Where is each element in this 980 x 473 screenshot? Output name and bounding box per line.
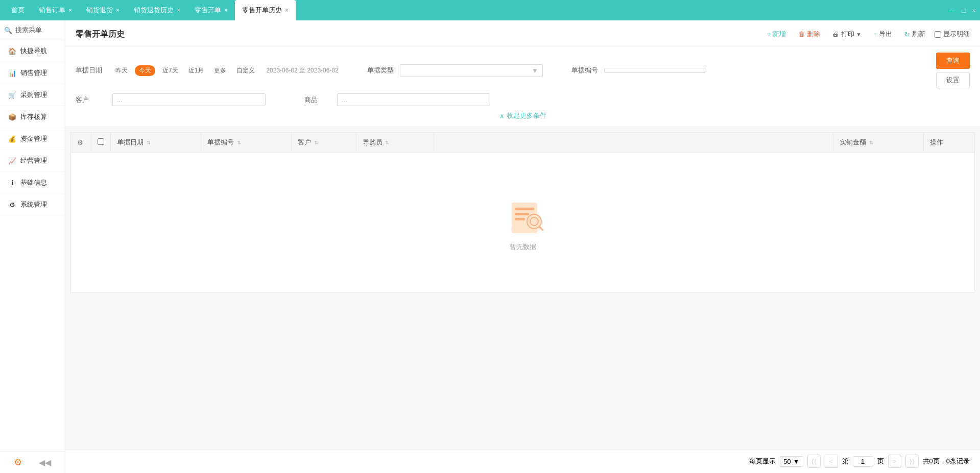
empty-illustration: [503, 193, 543, 234]
table-header-row: ⚙ 单据日期 ⇅ 单据编号 ⇅: [71, 133, 975, 153]
display-detail-checkbox[interactable]: [935, 31, 941, 38]
content-area: 零售开单历史 + 新增 🗑 删除 🖨 打印 ▼ ↑ 导出 ↻: [65, 20, 980, 473]
sidebar-item-quick-nav[interactable]: 🏠 快捷导航: [0, 40, 65, 62]
page-size-select[interactable]: 50 ▼: [780, 456, 803, 467]
sidebar-item-purchase[interactable]: 🛒 采购管理: [0, 84, 65, 106]
goods-label: 商品: [304, 95, 333, 105]
th-number[interactable]: 单据编号 ⇅: [201, 133, 292, 153]
close-icon[interactable]: ×: [116, 7, 119, 14]
settings-button[interactable]: 设置: [936, 72, 970, 88]
collapse-bar[interactable]: ∧ 收起更多条件: [76, 111, 970, 120]
close-button[interactable]: ×: [972, 7, 976, 14]
date-shortcut-yesterday[interactable]: 昨天: [112, 65, 131, 76]
goods-input[interactable]: ...: [337, 93, 490, 106]
data-table: ⚙ 单据日期 ⇅ 单据编号 ⇅: [70, 132, 975, 293]
tab-sales-return[interactable]: 销货退货 ×: [79, 0, 127, 20]
tab-sales-order[interactable]: 销售订单 ×: [32, 0, 79, 20]
customer-input[interactable]: ...: [112, 93, 266, 106]
customer-label: 客户: [76, 95, 104, 105]
system-icon: ⚙: [8, 201, 16, 209]
top-nav: 首页 销售订单 × 销货退货 × 销货退货历史 × 零售开单 × 零售开单历史 …: [0, 0, 980, 20]
home-icon: 🏠: [8, 47, 16, 55]
next-page-button[interactable]: ＞: [888, 455, 901, 468]
date-range-display: 2023-06-02 至 2023-06-02: [266, 66, 338, 75]
main-layout: 🔍 搜索采单 🏠 快捷导航 📊 销售管理 🛒 采购管理 📦 库存核算 💰 资金管…: [0, 20, 980, 473]
settings-icon[interactable]: ⚙: [77, 139, 83, 146]
export-button[interactable]: ↑ 导出: [871, 28, 896, 41]
first-page-button[interactable]: ⟨⟨: [807, 455, 821, 468]
th-date[interactable]: 单据日期 ⇅: [111, 133, 201, 153]
empty-text: 暂无数据: [510, 242, 536, 252]
th-guide[interactable]: 导购员 ⇅: [356, 133, 434, 153]
add-button[interactable]: + 新增: [764, 28, 789, 41]
sidebar-bottom: ⚙ ◀◀: [0, 451, 65, 473]
delete-button[interactable]: 🗑 删除: [795, 28, 823, 41]
display-detail-toggle[interactable]: 显示明细: [935, 30, 970, 39]
chevron-down-icon: ▼: [532, 67, 538, 74]
sort-icon: ⇅: [314, 140, 318, 145]
chevron-up-icon: ∧: [499, 112, 505, 120]
select-all-checkbox[interactable]: [98, 138, 104, 145]
collapse-sidebar-icon[interactable]: ◀◀: [39, 458, 51, 467]
th-settings[interactable]: ⚙: [71, 133, 91, 153]
tab-retail-order[interactable]: 零售开单 ×: [187, 0, 235, 20]
type-select[interactable]: ▼: [400, 64, 543, 77]
type-label: 单据类型: [367, 66, 396, 75]
sort-icon: ⇅: [385, 140, 389, 145]
sidebar: 🔍 搜索采单 🏠 快捷导航 📊 销售管理 🛒 采购管理 📦 库存核算 💰 资金管…: [0, 20, 65, 473]
close-icon[interactable]: ×: [224, 7, 228, 14]
date-shortcut-1month[interactable]: 近1月: [185, 65, 207, 76]
empty-state: 暂无数据: [71, 153, 974, 292]
close-icon[interactable]: ×: [68, 7, 72, 14]
query-button[interactable]: 查询: [936, 53, 970, 69]
print-button[interactable]: 🖨 打印 ▼: [829, 28, 865, 41]
sidebar-search[interactable]: 🔍 搜索采单: [0, 20, 65, 40]
page-title: 零售开单历史: [76, 29, 125, 40]
tab-sales-return-history[interactable]: 销货退货历史 ×: [127, 0, 187, 20]
tab-retail-order-history[interactable]: 零售开单历史 ×: [235, 0, 296, 20]
search-icon: 🔍: [4, 27, 12, 34]
refresh-button[interactable]: ↻ 刷新: [901, 28, 928, 41]
settings-gear-icon[interactable]: ⚙: [14, 457, 22, 468]
filter-area: 单据日期 昨天 今天 近7天 近1月 更多 自定义 2023-06-02 至 2…: [65, 46, 980, 127]
sidebar-item-basic-info[interactable]: ℹ 基础信息: [0, 172, 65, 194]
page-word-before: 第: [842, 457, 849, 466]
page-header: 零售开单历史 + 新增 🗑 删除 🖨 打印 ▼ ↑ 导出 ↻: [65, 20, 980, 46]
th-amount[interactable]: 实销金额 ⇅: [833, 133, 923, 153]
purchase-icon: 🛒: [8, 91, 16, 99]
sort-icon: ⇅: [147, 140, 151, 145]
last-page-button[interactable]: ⟩⟩: [905, 455, 919, 468]
close-icon[interactable]: ×: [177, 7, 180, 14]
th-spacer: [434, 133, 833, 153]
sidebar-item-business[interactable]: 📈 经营管理: [0, 150, 65, 172]
sales-icon: 📊: [8, 69, 16, 77]
close-icon[interactable]: ×: [285, 7, 289, 14]
date-shortcut-today[interactable]: 今天: [135, 65, 155, 76]
pagination-bar: 每页显示 50 ▼ ⟨⟨ ＜ 第 页 ＞ ⟩⟩ 共0页，0条记录: [65, 449, 980, 473]
page-size-label: 每页显示: [749, 457, 776, 466]
th-customer[interactable]: 客户 ⇅: [292, 133, 356, 153]
number-input[interactable]: [604, 68, 706, 73]
th-checkbox[interactable]: [91, 133, 111, 153]
date-shortcut-custom[interactable]: 自定义: [233, 65, 258, 76]
tab-home[interactable]: 首页: [4, 0, 32, 20]
sidebar-item-inventory[interactable]: 📦 库存核算: [0, 106, 65, 128]
prev-page-button[interactable]: ＜: [825, 455, 838, 468]
sort-icon: ⇅: [237, 140, 241, 145]
date-shortcut-7days[interactable]: 近7天: [159, 65, 181, 76]
date-shortcuts: 昨天 今天 近7天 近1月 更多 自定义: [112, 65, 258, 76]
minimize-button[interactable]: —: [949, 7, 956, 14]
sidebar-item-finance[interactable]: 💰 资金管理: [0, 128, 65, 150]
date-shortcut-more[interactable]: 更多: [211, 65, 229, 76]
chevron-down-icon: ▼: [856, 32, 862, 37]
window-controls: — □ ×: [949, 7, 976, 14]
total-text: 共0页，0条记录: [923, 457, 970, 466]
maximize-button[interactable]: □: [962, 7, 966, 14]
date-label: 单据日期: [76, 66, 104, 75]
page-number-input[interactable]: [853, 456, 873, 467]
svg-rect-3: [515, 213, 529, 215]
table-container: ⚙ 单据日期 ⇅ 单据编号 ⇅: [65, 127, 980, 449]
sidebar-item-system[interactable]: ⚙ 系统管理: [0, 194, 65, 216]
info-icon: ℹ: [8, 179, 16, 187]
sidebar-item-sales[interactable]: 📊 销售管理: [0, 62, 65, 84]
